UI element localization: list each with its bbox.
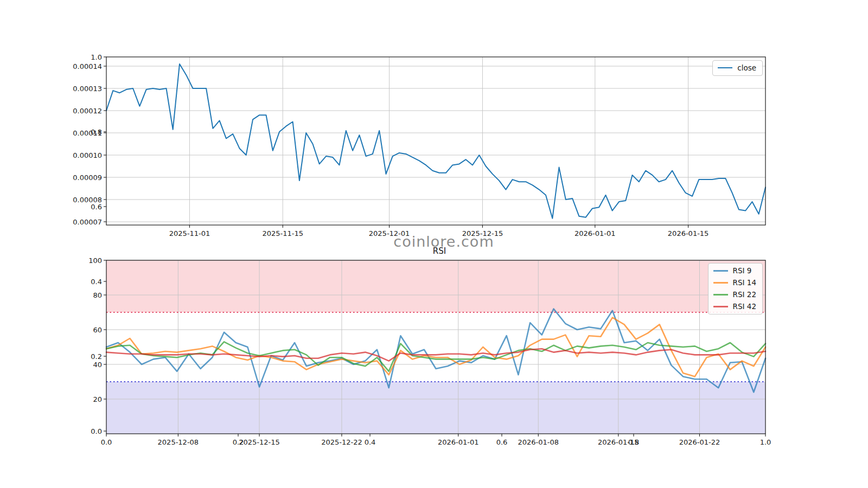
overlay-x-tick-label: 0.0 [101, 438, 112, 446]
rsi-x-tick-label: 2025-12-22 [321, 438, 362, 446]
rsi-legend: RSI 9RSI 14RSI 22RSI 42 [708, 263, 763, 314]
rsi-chart-title: RSI [433, 246, 446, 256]
rsi-x-tick-label: 2025-12-08 [158, 438, 199, 446]
price-legend: close [712, 60, 763, 76]
overlay-y-tick-label: 0.0 [91, 427, 102, 435]
overlay-x-tick-label: 0.6 [496, 438, 508, 446]
price-y-tick-label: 0.00010 [73, 151, 102, 159]
overlay-y-tick-label: 0.8 [91, 128, 102, 136]
overlay-y-tick-label: 0.2 [91, 352, 102, 361]
price-x-tick-label: 2026-01-01 [575, 229, 616, 237]
legend-line-swatch [713, 306, 728, 307]
legend-line-swatch [718, 67, 732, 68]
legend-line-swatch [713, 282, 728, 284]
oversold-zone [106, 382, 765, 434]
legend-item-rsi-22: RSI 22 [713, 290, 756, 299]
legend-line-swatch [713, 270, 728, 272]
rsi-y-tick-label: 20 [93, 395, 102, 403]
price-y-tick-label: 0.00012 [73, 107, 102, 115]
legend-item-rsi-9: RSI 9 [713, 266, 756, 275]
rsi-x-tick-label: 2026-01-01 [438, 438, 479, 446]
legend-label: RSI 42 [733, 302, 756, 311]
rsi-x-tick-label: 2026-01-08 [518, 438, 559, 446]
price-y-tick-label: 0.00013 [73, 85, 102, 93]
price-x-tick-label: 2025-11-15 [262, 229, 303, 237]
legend-label: RSI 9 [733, 266, 752, 275]
price-y-tick-label: 0.00007 [73, 218, 102, 226]
price-x-tick-label: 2026-01-15 [668, 229, 709, 237]
price-y-tick-label: 0.00014 [73, 62, 102, 70]
rsi-y-tick-label: 80 [93, 291, 102, 299]
overlay-x-tick-label: 0.2 [233, 438, 244, 446]
chart-page: 2025-11-012025-11-152025-12-012025-12-15… [0, 0, 868, 488]
legend-label: RSI 14 [733, 278, 756, 287]
price-y-tick-label: 0.00009 [73, 174, 102, 182]
legend-item-close: close [718, 63, 756, 73]
rsi-x-tick-label: 2025-12-15 [239, 438, 280, 446]
rsi-y-tick-label: 60 [93, 326, 102, 334]
legend-label: close [737, 63, 756, 73]
legend-line-swatch [713, 294, 728, 296]
rsi-x-tick-label: 2026-01-22 [679, 438, 720, 446]
rsi-y-tick-label: 40 [93, 361, 102, 369]
price-x-tick-label: 2025-11-01 [169, 229, 210, 237]
legend-label: RSI 22 [733, 290, 756, 299]
legend-item-rsi-42: RSI 42 [713, 302, 756, 311]
overlay-y-tick-label: 0.6 [91, 203, 102, 211]
overlay-x-tick-label: 1.0 [760, 438, 771, 446]
rsi-y-tick-label: 100 [88, 256, 102, 265]
overlay-x-tick-label: 0.8 [628, 438, 640, 446]
overlay-y-tick-label: 1.0 [91, 53, 102, 61]
overbought-zone [106, 260, 765, 312]
overlay-y-tick-label: 0.4 [91, 278, 102, 286]
close-price-line [106, 64, 765, 219]
legend-item-rsi-14: RSI 14 [713, 278, 756, 287]
overlay-x-tick-label: 0.4 [365, 438, 376, 446]
